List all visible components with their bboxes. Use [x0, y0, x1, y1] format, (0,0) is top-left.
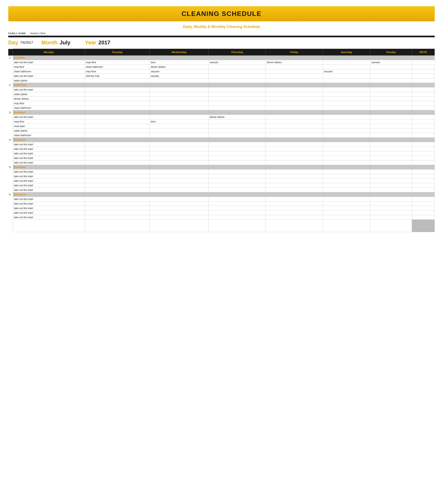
table-cell	[412, 147, 435, 151]
table-row: water plants	[8, 92, 435, 97]
table-cell	[323, 161, 370, 165]
table-cell	[370, 156, 412, 161]
table-cell	[370, 124, 412, 128]
table-cell	[370, 97, 412, 101]
table-cell: take out the trash	[13, 179, 85, 183]
table-row: dinner dishes	[8, 97, 435, 101]
table-cell	[85, 97, 150, 101]
table-cell	[150, 206, 208, 211]
table-row: take out the trash	[8, 142, 435, 147]
table-cell	[208, 124, 266, 128]
table-cell	[85, 151, 150, 156]
table-cell	[266, 92, 323, 97]
table-cell	[266, 179, 323, 183]
table-cell	[208, 88, 266, 92]
table-cell	[85, 78, 150, 83]
table-cell	[266, 119, 323, 124]
table-cell	[370, 215, 412, 220]
year-label: Year	[85, 39, 96, 46]
table-cell	[150, 128, 208, 133]
table-cell	[150, 183, 208, 188]
table-cell	[412, 115, 435, 119]
footer-num-cell	[8, 220, 13, 232]
table-cell	[370, 201, 412, 206]
table-cell	[266, 97, 323, 101]
table-cell	[266, 147, 323, 151]
row-num-cell	[8, 92, 13, 97]
row-num-cell	[8, 60, 13, 65]
table-cell	[323, 133, 370, 138]
table-cell	[412, 142, 435, 147]
table-cell	[323, 188, 370, 192]
table-cell	[323, 142, 370, 147]
table-cell	[208, 142, 266, 147]
table-cell	[85, 188, 150, 192]
table-cell	[412, 206, 435, 211]
table-cell	[323, 206, 370, 211]
col-friday: Friday	[266, 49, 323, 55]
table-cell	[323, 74, 370, 78]
member-header-4: 5Member5	[8, 165, 435, 169]
table-cell	[370, 101, 412, 106]
table-cell: take out the trash	[13, 156, 85, 161]
table-row: take out the trash	[8, 211, 435, 215]
footer-cell	[13, 220, 85, 232]
table-cell	[208, 65, 266, 69]
footer-cell	[85, 220, 150, 232]
table-cell	[150, 156, 208, 161]
member-name-1: WINSTEN	[13, 83, 435, 88]
row-num-cell	[8, 197, 13, 201]
table-cell	[208, 197, 266, 201]
table-cell	[266, 106, 323, 110]
table-cell: take out the trash	[13, 142, 85, 147]
row-num-cell	[8, 174, 13, 179]
table-row: take out the trash	[8, 206, 435, 211]
table-cell	[85, 211, 150, 215]
table-cell	[412, 88, 435, 92]
row-num-cell	[8, 69, 13, 74]
table-cell: dinner dishes	[208, 115, 266, 119]
table-cell	[85, 174, 150, 179]
member-num-3: 4	[8, 138, 13, 142]
table-cell	[412, 92, 435, 97]
table-cell	[370, 106, 412, 110]
table-cell	[412, 183, 435, 188]
member-name-5: Member6	[13, 192, 435, 197]
table-cell	[208, 78, 266, 83]
table-cell	[323, 97, 370, 101]
table-cell	[323, 65, 370, 69]
day-label: Day	[8, 39, 18, 46]
table-cell	[85, 142, 150, 147]
table-row: take out the trash	[8, 147, 435, 151]
table-cell	[85, 197, 150, 201]
table-cell	[412, 97, 435, 101]
table-cell	[370, 78, 412, 83]
row-num-cell	[8, 147, 13, 151]
table-cell: mop floor	[13, 65, 85, 69]
table-cell	[412, 60, 435, 65]
table-cell	[150, 179, 208, 183]
member-header-0: 1ALEENA	[8, 55, 435, 60]
table-cell	[208, 74, 266, 78]
table-row: take out the trash	[8, 156, 435, 161]
table-cell	[150, 147, 208, 151]
member-num-2: 3	[8, 110, 13, 115]
table-cell	[412, 69, 435, 74]
table-cell	[85, 88, 150, 92]
table-cell	[323, 183, 370, 188]
table-cell: mow lawn	[13, 124, 85, 128]
table-cell	[412, 179, 435, 183]
footer-cell	[323, 220, 370, 232]
table-cell	[208, 119, 266, 124]
table-cell	[412, 174, 435, 179]
day-value: 7/6/2017	[20, 41, 33, 45]
title-bar: CLEANING SCHEDULE	[8, 6, 435, 21]
table-cell	[370, 88, 412, 92]
row-num-cell	[8, 133, 13, 138]
table-cell	[150, 215, 208, 220]
table-row: clean bathroom	[8, 133, 435, 138]
table-cell: dinner dishes	[266, 60, 323, 65]
table-cell	[412, 119, 435, 124]
table-cell: clean bathroom	[13, 69, 85, 74]
col-note: NOTE	[412, 49, 435, 55]
